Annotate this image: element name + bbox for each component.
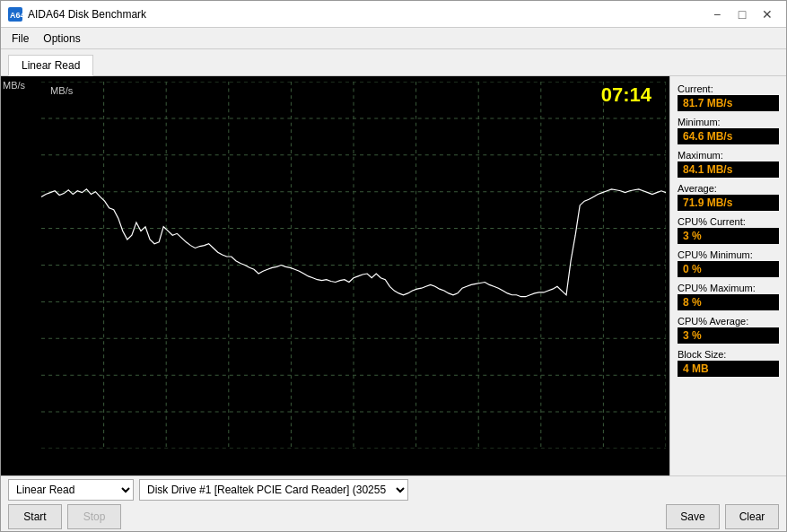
app-icon: A64 <box>8 7 22 22</box>
cpu-average-value: 3 % <box>678 327 779 344</box>
main-content: MB/s 07:14 <box>1 76 786 475</box>
y-axis-unit: MB/s <box>3 80 25 91</box>
cpu-average-stat: CPU% Average: 3 % <box>678 316 779 344</box>
title-controls: − □ ✕ <box>705 4 779 24</box>
bottom-row-2: Start Stop Save Clear <box>8 504 779 529</box>
bottom-controls: Linear Read Linear Write Random Read Ran… <box>8 479 779 529</box>
tabs-bar: Linear Read <box>1 49 786 76</box>
cpu-average-label: CPU% Average: <box>678 316 779 327</box>
main-window: A64 AIDA64 Disk Benchmark − □ ✕ File Opt… <box>0 0 787 532</box>
cpu-current-stat: CPU% Current: 3 % <box>678 216 779 244</box>
menu-file[interactable]: File <box>4 31 36 47</box>
save-button[interactable]: Save <box>666 504 720 529</box>
cpu-minimum-label: CPU% Minimum: <box>678 249 779 260</box>
block-size-label: Block Size: <box>678 349 779 360</box>
window-title: AIDA64 Disk Benchmark <box>28 8 146 21</box>
title-bar: A64 AIDA64 Disk Benchmark − □ ✕ <box>1 1 786 28</box>
title-bar-left: A64 AIDA64 Disk Benchmark <box>8 7 146 22</box>
maximize-button[interactable]: □ <box>730 4 754 24</box>
average-stat: Average: 71.9 MB/s <box>678 183 779 211</box>
cpu-current-label: CPU% Current: <box>678 216 779 227</box>
bottom-bar: Linear Read Linear Write Random Read Ran… <box>1 475 786 531</box>
minimum-stat: Minimum: 64.6 MB/s <box>678 117 779 144</box>
maximum-label: Maximum: <box>678 150 779 161</box>
cpu-current-value: 3 % <box>678 228 779 244</box>
cpu-maximum-label: CPU% Maximum: <box>678 283 779 293</box>
block-size-value: 4 MB <box>678 361 779 377</box>
tab-linear-read[interactable]: Linear Read <box>8 55 93 76</box>
test-type-select[interactable]: Linear Read Linear Write Random Read Ran… <box>8 479 134 501</box>
average-value: 71.9 MB/s <box>678 195 779 211</box>
timer-display: 07:14 <box>601 83 651 107</box>
menu-bar: File Options <box>1 28 786 49</box>
current-value: 81.7 MB/s <box>678 95 779 111</box>
cpu-minimum-stat: CPU% Minimum: 0 % <box>678 249 779 277</box>
average-label: Average: <box>678 183 779 194</box>
menu-options[interactable]: Options <box>36 31 87 47</box>
minimum-label: Minimum: <box>678 117 779 127</box>
drive-select[interactable]: Disk Drive #1 [Realtek PCIE Card Reader]… <box>139 479 408 501</box>
block-size-stat: Block Size: 4 MB <box>678 349 779 377</box>
svg-text:MB/s: MB/s <box>50 86 73 97</box>
stop-button[interactable]: Stop <box>67 504 121 529</box>
chart-svg: 99 88 77 66 55 44 33 22 11 0 0 10 20 30 … <box>41 82 666 449</box>
chart-area: MB/s 07:14 <box>1 76 669 475</box>
svg-text:A64: A64 <box>10 11 22 20</box>
minimize-button[interactable]: − <box>705 4 729 24</box>
cpu-maximum-stat: CPU% Maximum: 8 % <box>678 283 779 310</box>
cpu-minimum-value: 0 % <box>678 261 779 277</box>
maximum-value: 84.1 MB/s <box>678 161 779 178</box>
cpu-maximum-value: 8 % <box>678 294 779 310</box>
side-panel: Current: 81.7 MB/s Minimum: 64.6 MB/s Ma… <box>669 76 786 475</box>
bottom-row-1: Linear Read Linear Write Random Read Ran… <box>8 479 779 501</box>
current-stat: Current: 81.7 MB/s <box>678 83 779 111</box>
maximum-stat: Maximum: 84.1 MB/s <box>678 150 779 178</box>
clear-button[interactable]: Clear <box>725 504 779 529</box>
current-label: Current: <box>678 83 779 94</box>
close-button[interactable]: ✕ <box>756 4 779 24</box>
minimum-value: 64.6 MB/s <box>678 128 779 144</box>
start-button[interactable]: Start <box>8 504 62 529</box>
